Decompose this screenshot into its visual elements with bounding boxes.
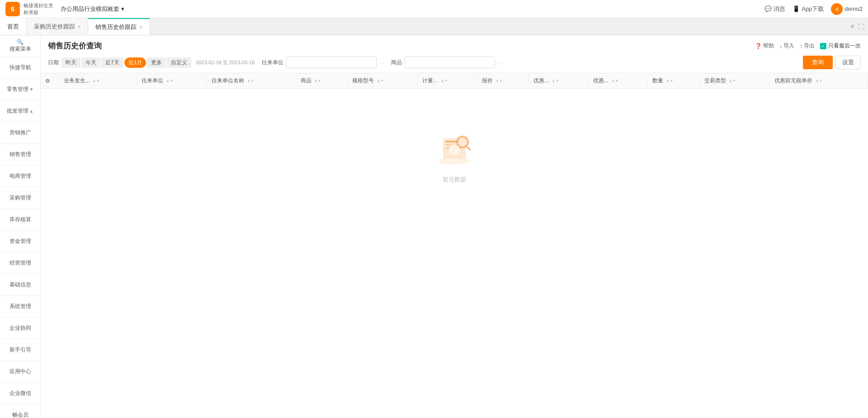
sort-icon-9: ▲▼ (666, 79, 674, 83)
th-discount2[interactable]: 优惠... ▲▼ (588, 73, 648, 89)
tab-sales-history[interactable]: 销售历史价跟踪 × (88, 18, 150, 35)
partner-input[interactable] (286, 57, 377, 68)
sidebar-item-system[interactable]: 系统管理 (0, 296, 40, 318)
import-icon: ↓ (779, 43, 782, 49)
empty-text: 暂元数据 (443, 176, 466, 184)
retail-arrow-icon: ▼ (29, 87, 34, 92)
th-business-date[interactable]: 业务发生... ▲▼ (59, 73, 137, 89)
partner-filter-group: 往来单位 ... (262, 57, 384, 68)
date-btn-custom[interactable]: 自定义 (167, 57, 191, 68)
sidebar-item-operations[interactable]: 经营管理 (0, 252, 40, 274)
tab-bar: 首页 采购历史价跟踪 × 销售历史价跟踪 × × ⛶ (0, 18, 868, 35)
tab-home[interactable]: 首页 (0, 18, 27, 35)
logo-text: 畅捷通好生意 标准版 (24, 2, 53, 15)
th-spec[interactable]: 规格型号 ▲▼ (348, 73, 418, 89)
user-action[interactable]: d demo2 (831, 3, 863, 15)
app-download-action[interactable]: 📱 App下载 (793, 5, 824, 13)
date-btn-7days[interactable]: 近7天 (101, 57, 123, 68)
tab-bar-expand-icon[interactable]: ⛶ (858, 23, 864, 30)
th-settings[interactable]: ⚙ (41, 73, 59, 89)
sidebar-item-basic-info[interactable]: 基础信息 (0, 274, 40, 296)
help-icon: ❓ (755, 43, 762, 49)
filter-actions: 查询 设置 (803, 56, 861, 69)
sort-icon-3: ▲▼ (314, 79, 321, 83)
page-title: 销售历史价查询 (48, 41, 102, 51)
wholesale-arrow-icon: ▲ (29, 109, 34, 114)
top-header: 6 畅捷通好生意 标准版 办公用品行业模拟账套 ▾ 💬 消息 📱 App下载 d… (0, 0, 868, 18)
sidebar-item-guide[interactable]: 新手引导 (0, 339, 40, 361)
th-partner-code[interactable]: 往来单位 ▲▼ (137, 73, 207, 89)
export-icon: ↑ (800, 43, 802, 49)
tab-bar-close-icon[interactable]: × (850, 23, 854, 31)
download-icon: 📱 (793, 5, 800, 12)
sort-icon-1: ▲▼ (166, 79, 173, 83)
sort-icon-8: ▲▼ (611, 79, 618, 83)
export-action[interactable]: ↑ 导出 (800, 42, 815, 50)
sidebar-item-marketing[interactable]: 营销推广 (0, 122, 40, 144)
empty-state-icon (432, 125, 477, 170)
sidebar-item-retail[interactable]: 零售管理 ▼ (0, 79, 40, 100)
svg-point-6 (458, 138, 467, 147)
sort-icon-11: ▲▼ (816, 79, 823, 83)
sort-icon-5: ▲▼ (441, 79, 448, 83)
date-buttons: 昨天 今天 近7天 近1月 更多 自定义 (61, 57, 191, 68)
sidebar-item-enterprise-collab[interactable]: 企业协同 (0, 318, 40, 339)
th-product[interactable]: 商品 ▲▼ (296, 73, 347, 89)
th-price[interactable]: 报价 ▲▼ (477, 73, 528, 89)
tab-sales-close[interactable]: × (139, 24, 142, 30)
message-action[interactable]: 💬 消息 (764, 5, 785, 13)
search-menu-icon: 🔍 (17, 39, 24, 45)
avatar: d (831, 3, 843, 15)
sidebar-item-finance[interactable]: 资金管理 (0, 231, 40, 252)
th-pretax-price[interactable]: 优惠前无税单价 ▲▼ (770, 73, 868, 89)
partner-dots[interactable]: ... (379, 59, 384, 66)
sidebar-item-quicknav[interactable]: 快捷导航 (0, 57, 40, 79)
sort-icon-10: ▲▼ (729, 79, 736, 83)
sidebar-item-app-center[interactable]: 应用中心 (0, 361, 40, 383)
date-btn-today[interactable]: 今天 (81, 57, 100, 68)
sidebar-item-wholesale[interactable]: 批发管理 ▲ (0, 100, 40, 122)
sidebar-item-purchase[interactable]: 采购管理 (0, 187, 40, 209)
page-actions: ❓ 帮助 ↓ 导入 ↑ 导出 ✓ 只看最后一次 (755, 42, 861, 50)
main-layout: 🔍 搜索菜单 快捷导航 零售管理 ▼ 批发管理 ▲ 营销推广 销售管理 电商管理… (0, 35, 868, 418)
sidebar-item-sales[interactable]: 销售管理 (0, 144, 40, 166)
message-icon: 💬 (764, 5, 772, 12)
th-transaction-type[interactable]: 交易类型 ▲▼ (699, 73, 769, 89)
sidebar-item-ecommerce[interactable]: 电商管理 (0, 166, 40, 187)
sidebar: 🔍 搜索菜单 快捷导航 零售管理 ▼ 批发管理 ▲ 营销推广 销售管理 电商管理… (0, 35, 41, 418)
header-right: 💬 消息 📱 App下载 d demo2 (764, 3, 863, 15)
sidebar-item-enterprise-wechat[interactable]: 企业微信 (0, 383, 40, 404)
date-btn-1month[interactable]: 近1月 (124, 57, 146, 68)
product-dots[interactable]: ... (498, 59, 502, 66)
th-unit[interactable]: 计量... ▲▼ (418, 73, 477, 89)
date-filter-group: 日期 昨天 今天 近7天 近1月 更多 自定义 2023-02-18 至 202… (48, 57, 255, 68)
tab-bar-actions: × ⛶ (847, 18, 868, 35)
tab-purchase-history[interactable]: 采购历史价跟踪 × (27, 18, 88, 35)
th-discount1[interactable]: 优惠... ▲▼ (529, 73, 589, 89)
empty-state: 暂元数据 (41, 89, 868, 220)
sidebar-item-search[interactable]: 🔍 搜索菜单 (0, 35, 40, 57)
product-filter-group: 商品 ... (391, 57, 502, 68)
product-input[interactable] (405, 57, 495, 68)
sort-icon-0: ▲▼ (93, 79, 100, 83)
sort-icon-4: ▲▼ (377, 79, 384, 83)
tab-purchase-close[interactable]: × (78, 24, 80, 29)
th-partner-name[interactable]: 往来单位名称 ▲▼ (207, 73, 296, 89)
sort-icon-6: ▲▼ (495, 79, 503, 83)
import-action[interactable]: ↓ 导入 (779, 42, 794, 50)
date-btn-more[interactable]: 更多 (147, 57, 166, 68)
filter-row: 日期 昨天 今天 近7天 近1月 更多 自定义 2023-02-18 至 202… (48, 56, 861, 69)
svg-line-7 (467, 147, 470, 150)
sidebar-item-member[interactable]: 畅会员 (0, 404, 40, 418)
query-button[interactable]: 查询 (803, 56, 833, 69)
th-quantity[interactable]: 数量 ▲▼ (648, 73, 699, 89)
help-action[interactable]: ❓ 帮助 (755, 42, 774, 50)
sort-icon-7: ▲▼ (552, 79, 559, 83)
sidebar-item-inventory[interactable]: 库存核算 (0, 209, 40, 231)
data-table: ⚙ 业务发生... ▲▼ 往来单位 ▲▼ 往来单位名称 ▲▼ (41, 73, 868, 220)
settings-button[interactable]: 设置 (835, 56, 861, 69)
sort-icon-2: ▲▼ (247, 79, 255, 83)
only-last-checkbox[interactable]: ✓ 只看最后一次 (820, 42, 861, 50)
date-btn-yesterday[interactable]: 昨天 (61, 57, 80, 68)
app-selector[interactable]: 办公用品行业模拟账套 ▾ (57, 3, 128, 15)
